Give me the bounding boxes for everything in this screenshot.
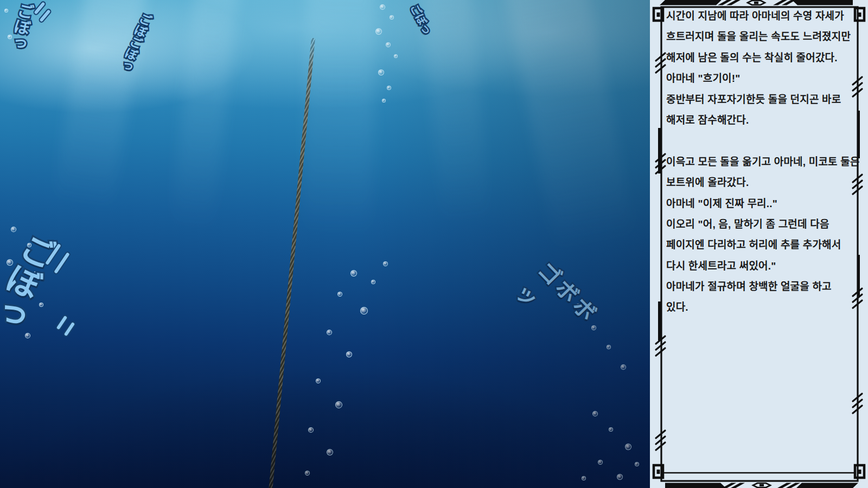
narration-line: 흐트러지며 돌을 올리는 속도도 느려졌지만 [666,27,861,47]
narration-line [666,131,861,151]
narration-line: 해저에 남은 돌의 수는 착실히 줄어갔다. [666,48,861,68]
narration-line: 페이지엔 다리하고 허리에 추를 추가해서 [666,235,861,255]
screenshot-root: ごぼっ ごぼごぼっ ごぼっ ごぼっ ゴボボッ [0,0,868,488]
depth-shade [0,0,650,488]
narration-line: 아마네 "흐기이!" [666,68,861,89]
narration-line: 중반부터 자포자기한듯 돌을 던지곤 바로 [666,89,861,110]
narration-line: 다시 한세트라고 써있어." [666,256,861,277]
narration-line: 해저로 잠수해간다. [666,110,861,131]
narration-line: 시간이 지남에 따라 아마네의 수영 자세가 [666,6,861,27]
narration-panel: 시간이 지남에 따라 아마네의 수영 자세가 흐트러지며 돌을 올리는 속도도 … [650,0,868,488]
narration-line: 아마네 "이제 진짜 무리.." [666,194,861,214]
narration-line: 이윽고 모든 돌을 옮기고 아마네, 미코토 둘은 [666,152,861,172]
narration-line: 보트위에 올라갔다. [666,172,861,193]
narration-text: 시간이 지남에 따라 아마네의 수영 자세가 흐트러지며 돌을 올리는 속도도 … [666,6,861,480]
narration-line: 아마네가 절규하며 창백한 얼굴을 하고 [666,277,861,297]
underwater-scene[interactable]: ごぼっ ごぼごぼっ ごぼっ ごぼっ ゴボボッ [0,0,650,488]
narration-line: 있다. [666,297,861,318]
narration-line: 이오리 "어, 음, 말하기 좀 그런데 다음 [666,214,861,235]
